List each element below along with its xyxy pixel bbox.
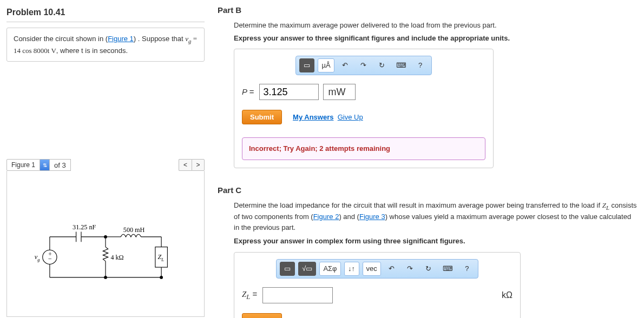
part-b-submit-button[interactable]: Submit <box>242 110 282 124</box>
circuit-svg: 31.25 nF 500 mH vg + − 4 kΩ ZL <box>24 211 187 293</box>
templates-icon[interactable]: ▭ <box>280 262 295 276</box>
figure1-link-inline[interactable]: Figure 1 <box>108 35 134 43</box>
templates-icon[interactable]: ▭ <box>299 58 314 72</box>
part-b-text: Determine the maximum average power deli… <box>234 20 638 31</box>
part-c-unit: kΩ <box>502 289 512 302</box>
part-c-instr: Express your answer in complex form usin… <box>234 236 638 247</box>
pc-zl: Z <box>602 201 606 209</box>
figure2-link[interactable]: Figure 2 <box>313 213 339 221</box>
part-c-answer-box: ▭ √▭ ΑΣφ ↓↑ vec ↶ ↷ ↻ ⌨ ? ZL = <box>234 252 521 318</box>
figure-stepper[interactable]: ⇅ <box>40 159 50 171</box>
undo-icon[interactable]: ↶ <box>338 58 353 72</box>
help-icon[interactable]: ? <box>459 262 475 276</box>
part-b-answer-box: ▭ µÅ ↶ ↷ ↻ ⌨ ? P = mW Submit My Answers <box>234 49 494 168</box>
subscript-icon[interactable]: ↓↑ <box>344 262 359 276</box>
part-b-my-answers-link[interactable]: My Answers <box>293 113 333 121</box>
svg-text:vg: vg <box>35 253 40 262</box>
part-b-give-up-link[interactable]: Give Up <box>338 113 363 121</box>
help-icon[interactable]: ? <box>413 58 428 72</box>
svg-text:31.25 nF: 31.25 nF <box>73 223 96 231</box>
redo-icon[interactable]: ↷ <box>403 262 418 276</box>
part-c-give-up-link[interactable]: Give Up <box>338 316 363 318</box>
vec-icon[interactable]: vec <box>363 262 381 276</box>
part-c-my-answers-link[interactable]: My Answers <box>293 316 333 318</box>
part-c-submit-button[interactable]: Submit <box>242 313 282 318</box>
pc-t3: ) and ( <box>339 213 359 221</box>
keyboard-icon[interactable]: ⌨ <box>393 58 410 72</box>
problem-statement: Consider the circuit shown in (Figure 1)… <box>6 28 205 62</box>
redo-icon[interactable]: ↷ <box>356 58 371 72</box>
keyboard-icon[interactable]: ⌨ <box>439 262 456 276</box>
problem-title: Problem 10.41 <box>6 5 205 22</box>
svg-text:4 kΩ: 4 kΩ <box>110 254 123 261</box>
svg-point-15 <box>160 276 163 279</box>
figure-bar: Figure 1 ⇅ of 3 < > <box>6 159 205 171</box>
figure-count: of 3 <box>50 159 71 171</box>
part-c-label: ZL = <box>242 288 257 302</box>
svg-text:−: − <box>48 255 52 263</box>
statement-tail: , where t is in seconds. <box>56 47 128 55</box>
figure-name: Figure 1 <box>6 159 40 171</box>
statement-text: Consider the circuit shown in ( <box>14 35 108 43</box>
part-c-text: Determine the load impedance for the cir… <box>234 200 638 233</box>
figure-prev-button[interactable]: < <box>179 159 192 171</box>
part-c-title: Part C <box>218 186 638 195</box>
statement-post: ) . Suppose that <box>134 35 185 43</box>
reset-icon[interactable]: ↻ <box>421 262 436 276</box>
part-c-toolbar: ▭ √▭ ΑΣφ ↓↑ vec ↶ ↷ ↻ ⌨ ? <box>276 259 478 279</box>
part-b-unit-input[interactable]: mW <box>323 84 356 100</box>
svg-text:500 mH: 500 mH <box>123 226 145 233</box>
part-b-toolbar: ▭ µÅ ↶ ↷ ↻ ⌨ ? <box>295 56 431 75</box>
sqrt-icon[interactable]: √▭ <box>298 262 316 276</box>
part-b-value-input[interactable] <box>259 84 319 100</box>
pc-t1: Determine the load impedance for the cir… <box>234 201 602 209</box>
reset-icon[interactable]: ↻ <box>374 58 390 72</box>
part-b-feedback: Incorrect; Try Again; 2 attempts remaini… <box>242 137 485 160</box>
figure-panel: 31.25 nF 500 mH vg + − 4 kΩ ZL <box>6 171 205 317</box>
undo-icon[interactable]: ↶ <box>384 262 399 276</box>
part-b-label: P = <box>242 86 254 98</box>
units-icon[interactable]: µÅ <box>318 58 334 72</box>
part-b-instr: Express your answer to three significant… <box>234 33 638 44</box>
figure3-link[interactable]: Figure 3 <box>359 213 385 221</box>
greek-icon[interactable]: ΑΣφ <box>319 262 340 276</box>
figure-next-button[interactable]: > <box>192 159 205 171</box>
part-c-value-input[interactable] <box>262 287 333 303</box>
part-b-title: Part B <box>218 5 638 15</box>
